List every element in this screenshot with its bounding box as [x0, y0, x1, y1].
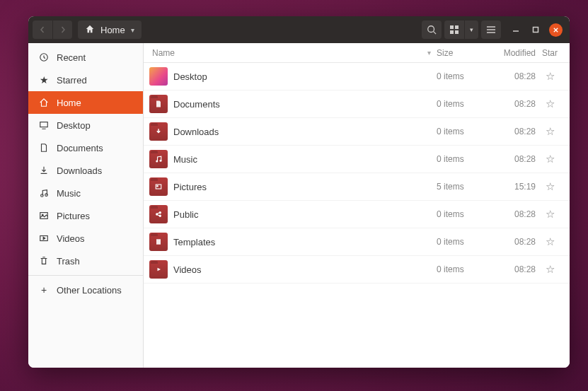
documents-folder-icon: [149, 95, 168, 113]
svg-rect-3: [455, 25, 459, 29]
sidebar-item-label: Downloads: [57, 165, 102, 176]
documents-icon: [38, 142, 50, 153]
file-row[interactable]: Pictures5 items15:19☆: [144, 173, 570, 201]
file-row[interactable]: Public0 items08:28☆: [144, 201, 570, 228]
svg-line-29: [158, 215, 160, 216]
downloads-icon: [38, 165, 50, 176]
svg-line-1: [434, 32, 437, 35]
back-button[interactable]: [33, 21, 52, 39]
sidebar-item-videos[interactable]: Videos: [28, 227, 143, 250]
star-button[interactable]: ☆: [536, 208, 564, 221]
sidebar-item-label: Videos: [57, 233, 85, 244]
path-label: Home: [100, 25, 125, 35]
svg-line-28: [158, 213, 160, 214]
file-modified: 08:28: [486, 127, 536, 136]
view-switch: ▾: [444, 21, 478, 39]
file-view: Name ▾ Size Modified Star Desktop0 items…: [144, 43, 570, 368]
file-row[interactable]: Music0 items08:28☆: [144, 146, 570, 173]
titlebar: Home ▾ ▾: [28, 16, 570, 43]
file-name: Templates: [173, 237, 437, 247]
sidebar-item-trash[interactable]: Trash: [28, 250, 143, 272]
svg-rect-23: [156, 185, 161, 189]
star-icon: ★: [38, 74, 50, 86]
file-modified: 08:28: [486, 99, 536, 109]
window-body: Recent ★ Starred Home Desktop Documents …: [28, 43, 570, 368]
star-button[interactable]: ☆: [536, 153, 564, 165]
home-icon: [38, 97, 50, 108]
sidebar-item-documents[interactable]: Documents: [28, 136, 143, 159]
file-modified: 08:28: [486, 71, 536, 81]
sidebar-item-label: Documents: [57, 143, 103, 153]
videos-folder-icon: [149, 260, 168, 279]
column-header-modified[interactable]: Modified: [486, 48, 536, 58]
nav-back-forward: [33, 21, 72, 39]
file-name: Downloads: [173, 127, 437, 137]
forward-button[interactable]: [52, 21, 72, 39]
public-folder-icon: [149, 205, 168, 223]
plus-icon: +: [38, 284, 50, 296]
sidebar-item-home[interactable]: Home: [28, 91, 143, 114]
star-button[interactable]: ☆: [536, 180, 564, 193]
file-row[interactable]: Videos0 items08:28☆: [144, 256, 570, 284]
file-row[interactable]: Templates0 items08:28☆: [144, 228, 570, 256]
sidebar-item-pictures[interactable]: Pictures: [28, 204, 143, 227]
music-folder-icon: [149, 150, 168, 168]
file-name: Music: [173, 154, 437, 165]
sidebar-item-desktop[interactable]: Desktop: [28, 114, 143, 136]
sidebar-item-other-locations[interactable]: + Other Locations: [28, 279, 143, 301]
file-size: 0 items: [437, 71, 486, 81]
file-size: 0 items: [437, 99, 486, 109]
sidebar-item-starred[interactable]: ★ Starred: [28, 69, 143, 91]
file-name: Pictures: [173, 182, 437, 192]
file-modified: 08:28: [486, 264, 536, 274]
close-button[interactable]: [549, 23, 563, 37]
file-manager-window: Home ▾ ▾: [28, 16, 570, 368]
sidebar-item-downloads[interactable]: Downloads: [28, 159, 143, 182]
view-grid-button[interactable]: [444, 21, 464, 39]
minimize-button[interactable]: [509, 23, 522, 36]
sidebar-item-recent[interactable]: Recent: [28, 46, 143, 69]
sidebar-item-label: Trash: [57, 256, 80, 267]
svg-rect-14: [40, 122, 48, 127]
path-bar[interactable]: Home ▾: [78, 21, 142, 39]
file-list: Desktop0 items08:28☆Documents0 items08:2…: [144, 63, 570, 368]
column-header-row: Name ▾ Size Modified Star: [144, 43, 570, 63]
sidebar-item-label: Desktop: [57, 120, 91, 131]
svg-rect-30: [156, 239, 161, 245]
videos-icon: [38, 233, 50, 244]
search-button[interactable]: [422, 21, 442, 39]
maximize-button[interactable]: [529, 23, 542, 36]
sidebar: Recent ★ Starred Home Desktop Documents …: [28, 43, 144, 368]
star-button[interactable]: ☆: [536, 98, 564, 110]
file-size: 0 items: [437, 154, 486, 164]
window-controls: [509, 23, 563, 37]
file-size: 5 items: [437, 182, 486, 192]
svg-rect-2: [450, 25, 454, 29]
file-modified: 15:19: [486, 182, 536, 192]
column-header-star[interactable]: Star: [536, 48, 564, 58]
sidebar-item-label: Pictures: [57, 211, 90, 221]
clock-icon: [38, 52, 50, 63]
desktop-folder-icon: [149, 67, 168, 86]
file-name: Documents: [173, 99, 437, 110]
file-name: Desktop: [173, 71, 437, 82]
sidebar-item-label: Other Locations: [57, 285, 122, 296]
svg-rect-5: [455, 30, 459, 34]
home-icon: [85, 24, 95, 36]
file-row[interactable]: Downloads0 items08:28☆: [144, 118, 570, 146]
file-row[interactable]: Desktop0 items08:28☆: [144, 63, 570, 91]
svg-rect-10: [534, 27, 538, 32]
sidebar-item-label: Recent: [57, 52, 86, 63]
file-row[interactable]: Documents0 items08:28☆: [144, 91, 570, 118]
view-options-button[interactable]: ▾: [464, 21, 478, 39]
sidebar-item-music[interactable]: Music: [28, 182, 143, 204]
star-button[interactable]: ☆: [536, 235, 564, 248]
sidebar-item-label: Music: [57, 188, 81, 199]
star-button[interactable]: ☆: [536, 70, 564, 83]
column-header-name[interactable]: Name ▾: [149, 48, 437, 58]
star-button[interactable]: ☆: [536, 125, 564, 138]
hamburger-menu-button[interactable]: [481, 21, 501, 39]
star-button[interactable]: ☆: [536, 263, 564, 276]
column-header-size[interactable]: Size: [437, 48, 486, 58]
file-size: 0 items: [437, 237, 486, 247]
